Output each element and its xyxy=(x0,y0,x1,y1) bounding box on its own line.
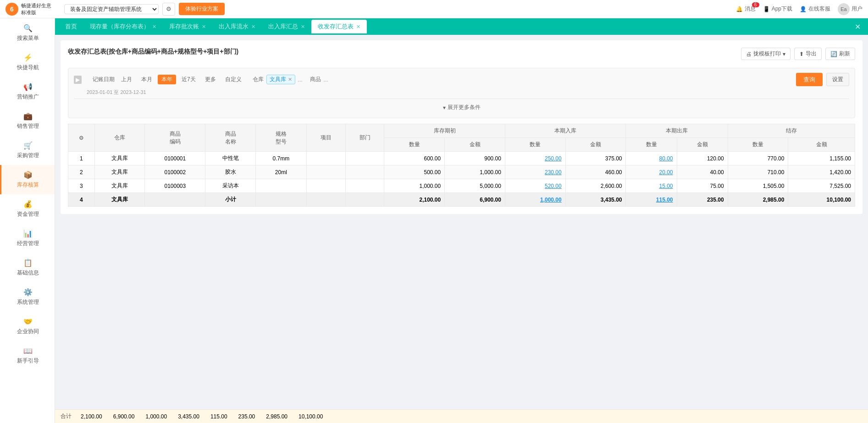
cell-goods-spec: 0.7mm xyxy=(255,152,306,165)
cell-goods-spec xyxy=(255,179,306,193)
cell-in-qty[interactable]: 520.00 xyxy=(505,179,565,193)
cell-balance-qty: 1,505.00 xyxy=(728,179,788,193)
cell-warehouse: 文具库 xyxy=(94,179,145,193)
tab-close-icon[interactable]: ✕ xyxy=(251,24,255,30)
try-button[interactable]: 体验行业方案 xyxy=(179,3,225,15)
total-out-amt: 235.00 xyxy=(238,413,255,420)
cell-out-qty[interactable]: 20.00 xyxy=(626,165,677,179)
date-btn-more[interactable]: 更多 xyxy=(201,75,220,84)
settings-icon[interactable]: ⚙ xyxy=(162,3,175,16)
bottom-bar: 合计 2,100.00 6,900.00 1,000.00 3,435.00 1… xyxy=(55,409,868,423)
bell-icon: 🔔 xyxy=(736,6,743,12)
sidebar-item-label: 经营管理 xyxy=(17,240,39,247)
sidebar-item-finance[interactable]: 💰资金管理 xyxy=(0,194,55,224)
tab-inout-flow[interactable]: 出入库流水✕ xyxy=(212,20,262,33)
sidebar-item-inventory[interactable]: 📦库存核算 xyxy=(0,165,55,194)
date-btn-this-month[interactable]: 本月 xyxy=(138,75,156,84)
sidebar-item-system[interactable]: ⚙️系统管理 xyxy=(0,282,55,312)
sidebar-item-guide[interactable]: 📖新手引导 xyxy=(0,341,55,370)
sidebar-item-collab[interactable]: 🤝企业协同 xyxy=(0,312,55,341)
cell-goods-code: 0100002 xyxy=(145,165,205,179)
tab-stock-dist[interactable]: 现存量（库存分布表）✕ xyxy=(83,20,163,33)
cell-goods-name: 中性笔 xyxy=(205,152,256,165)
col-group-out: 本期出库 xyxy=(626,124,728,138)
filter-collapse-btn[interactable]: ▶ xyxy=(74,76,82,84)
sidebar-item-marketing[interactable]: 📢营销推广 xyxy=(0,77,55,106)
date-btn-7days[interactable]: 近7天 xyxy=(178,75,199,84)
export-button[interactable]: ⬆ 导出 xyxy=(794,48,822,60)
template-print-button[interactable]: 🖨 拢模板打印 ▾ xyxy=(741,48,791,60)
tab-bar-close[interactable]: ✕ xyxy=(851,22,864,31)
cell-out-qty[interactable]: 115.00 xyxy=(626,193,677,207)
tab-close-icon[interactable]: ✕ xyxy=(301,24,305,30)
query-button[interactable]: 查询 xyxy=(796,73,823,86)
cell-goods-name: 采访本 xyxy=(205,179,256,193)
cell-goods-name: 小计 xyxy=(205,193,256,207)
tab-label: 收发存汇总表 xyxy=(318,22,354,31)
system-selector[interactable]: 装备及固定资产辅助管理系统 xyxy=(64,4,159,14)
tab-close-icon[interactable]: ✕ xyxy=(152,24,156,30)
cell-warehouse: 文具库 xyxy=(94,193,145,207)
cell-in-qty[interactable]: 250.00 xyxy=(505,152,565,165)
cell-project xyxy=(306,193,345,207)
col-settings-icon[interactable]: ⚙ xyxy=(68,124,95,152)
cell-in-qty[interactable]: 230.00 xyxy=(505,165,565,179)
tab-close-icon[interactable]: ✕ xyxy=(356,24,360,30)
tab-label: 库存批次账 xyxy=(169,22,199,31)
total-label: 合计 xyxy=(61,412,72,420)
top-bar: 6 畅捷通好生意 标准版 装备及固定资产辅助管理系统 ⚙ 体验行业方案 🔔 消息… xyxy=(0,0,868,18)
page-inner: 收发存汇总表(按仓库+商品编码+商品+规格型号+项目+部门) 🖨 拢模板打印 ▾… xyxy=(61,40,862,214)
col-opening-amt: 金额 xyxy=(445,138,505,152)
expand-more-btn[interactable]: ▾ 展开更多条件 xyxy=(439,102,484,113)
tab-batch[interactable]: 库存批次账✕ xyxy=(163,20,212,33)
cell-warehouse: 文具库 xyxy=(94,165,145,179)
logo-text: 畅捷通好生意 标准版 xyxy=(21,2,51,16)
avatar: Ea xyxy=(838,3,850,15)
date-btn-custom[interactable]: 自定义 xyxy=(221,75,245,84)
tab-home[interactable]: 首页 xyxy=(59,20,83,33)
cell-in-amt: 460.00 xyxy=(565,165,626,179)
table-settings-button[interactable]: 设置 xyxy=(826,73,849,86)
cell-out-qty[interactable]: 80.00 xyxy=(626,152,677,165)
cell-department xyxy=(345,165,384,179)
tab-label: 出入库汇总 xyxy=(268,22,298,31)
sidebar-item-operation[interactable]: 📊经营管理 xyxy=(0,224,55,253)
cell-in-qty[interactable]: 1,000.00 xyxy=(505,193,565,207)
cell-out-amt: 40.00 xyxy=(677,165,728,179)
cell-out-qty[interactable]: 15.00 xyxy=(626,179,677,193)
cell-goods-spec xyxy=(255,193,306,207)
tab-close-icon[interactable]: ✕ xyxy=(202,24,206,30)
cell-opening-amt: 6,900.00 xyxy=(445,193,505,207)
data-table: ⚙ 仓库 商品编码 商品名称 规格型号 项目 部门 库存期初 本期入库 本期出库… xyxy=(68,124,855,207)
refresh-button[interactable]: 🔄 刷新 xyxy=(825,48,855,60)
sidebar-item-purchase[interactable]: 🛒采购管理 xyxy=(0,136,55,165)
logo-area: 6 畅捷通好生意 标准版 xyxy=(6,2,61,16)
user-action[interactable]: Ea 用户 xyxy=(838,3,862,15)
date-btn-last-month[interactable]: 上月 xyxy=(117,75,136,84)
warehouse-tag-close[interactable]: ✕ xyxy=(288,77,292,82)
date-btn-this-year[interactable]: 本年 xyxy=(158,75,176,84)
table-row: 4 文具库 小计 2,100.00 6,900.00 1,000.00 3,43… xyxy=(68,193,855,207)
tab-recv-send[interactable]: 收发存汇总表✕ xyxy=(311,20,367,33)
app-download-action[interactable]: 📱 App下载 xyxy=(763,5,792,13)
sidebar-item-sales[interactable]: 💼销售管理 xyxy=(0,106,55,136)
cell-opening-qty: 2,100.00 xyxy=(384,193,445,207)
col-group-opening: 库存期初 xyxy=(384,124,505,138)
sidebar-item-search[interactable]: 🔍搜索菜单 xyxy=(0,18,55,48)
sidebar-item-label: 资金管理 xyxy=(17,210,39,218)
col-out-amt: 金额 xyxy=(677,138,728,152)
guide-icon: 📖 xyxy=(23,346,33,355)
col-department: 部门 xyxy=(345,124,384,152)
cell-opening-amt: 5,000.00 xyxy=(445,179,505,193)
col-in-qty: 数量 xyxy=(505,138,565,152)
col-balance-qty: 数量 xyxy=(728,138,788,152)
sidebar-item-quick[interactable]: ⚡快捷导航 xyxy=(0,48,55,77)
tab-inout-summary[interactable]: 出入库汇总✕ xyxy=(262,20,311,33)
notification-action[interactable]: 🔔 消息 6 xyxy=(736,5,756,13)
operation-icon: 📊 xyxy=(23,229,33,238)
sidebar-item-label: 采购管理 xyxy=(17,152,39,159)
cell-goods-code: 0100001 xyxy=(145,152,205,165)
sidebar-item-basic[interactable]: 📋基础信息 xyxy=(0,253,55,282)
top-bar-actions: 🔔 消息 6 📱 App下载 👤 在线客服 Ea 用户 xyxy=(736,3,862,15)
online-service-action[interactable]: 👤 在线客服 xyxy=(800,5,830,13)
